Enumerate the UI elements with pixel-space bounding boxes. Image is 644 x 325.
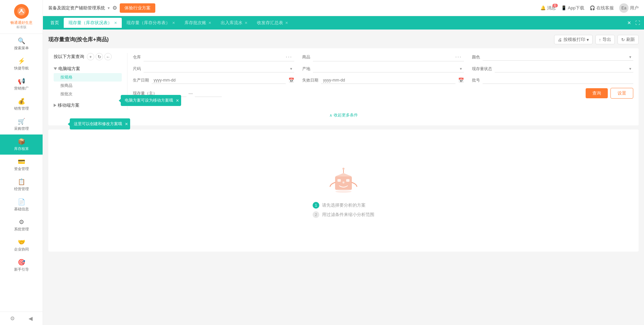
expiry-date-input[interactable]: [321, 77, 455, 84]
sidebar-item-label: 资金管理: [14, 166, 29, 171]
maximize-btn[interactable]: ⛶: [634, 19, 641, 26]
tab-home[interactable]: 首页: [46, 18, 64, 28]
sidebar-item-marketing[interactable]: 📢 营销推广: [0, 74, 43, 94]
notification-btn[interactable]: 🔔 消息 6: [540, 5, 556, 11]
settings-gear-icon[interactable]: ⚙: [112, 5, 117, 11]
tabs-bar: 首页 现存量（库存状况表） ✕ 现存量（库存分布表） ✕ 库存批次账 ✕ 出入库…: [43, 16, 644, 30]
tab-inout-flow[interactable]: 出入库流水 ✕: [216, 18, 252, 28]
export-icon: ↑: [599, 37, 601, 42]
close-all-tabs-btn[interactable]: ✕: [626, 19, 633, 26]
online-support-btn[interactable]: 🎧 在线客服: [590, 5, 614, 11]
filter-label: 按以下方案查询: [54, 54, 84, 60]
industry-plan-button[interactable]: 体验行业方案: [120, 3, 155, 13]
empty-filter-col2: [302, 88, 464, 99]
pc-scheme-header[interactable]: 电脑端方案: [54, 64, 122, 73]
app-download-btn[interactable]: 📱 App下载: [561, 5, 584, 11]
settings-bottom-btn[interactable]: ⚙: [10, 315, 15, 322]
sidebar-item-enterprise[interactable]: 🤝 企业协同: [0, 235, 43, 255]
tabs-right-controls: ✕ ⛶: [626, 19, 641, 26]
goods-select[interactable]: ···: [313, 53, 464, 61]
sidebar-item-search[interactable]: 🔍 搜索菜单: [0, 34, 43, 54]
tab-batch-account[interactable]: 库存批次账 ✕: [180, 18, 216, 28]
search-icon: 🔍: [18, 37, 25, 45]
stock-status-select[interactable]: ▾: [495, 65, 633, 72]
warehouse-select[interactable]: ···: [144, 53, 294, 61]
size-select[interactable]: ▾: [144, 65, 294, 72]
tooltip1-close-btn[interactable]: ✕: [176, 98, 179, 103]
collapse-sidebar-btn[interactable]: ◀: [29, 315, 33, 322]
filter-action-buttons: + ↻ ←: [87, 53, 112, 60]
sidebar-item-label: 采购管理: [14, 126, 29, 131]
sidebar-item-quick[interactable]: ⚡ 快捷导航: [0, 54, 43, 74]
step-1-text: 请先选择要分析的方案: [322, 202, 366, 208]
filter-header: 按以下方案查询 + ↻ ←: [54, 53, 122, 60]
user-menu[interactable]: Ea 用户: [619, 3, 639, 13]
tab-close-icon[interactable]: ✕: [245, 21, 248, 25]
add-scheme-btn[interactable]: +: [87, 53, 94, 60]
reset-button[interactable]: 设置: [610, 88, 633, 99]
refresh-btn[interactable]: ↻ 刷新: [618, 35, 639, 44]
chevron-down-icon: ▾: [460, 66, 462, 71]
step-num-2: 2: [313, 211, 319, 218]
batch-no-input[interactable]: [483, 76, 633, 84]
bell-icon: 🔔: [540, 5, 546, 10]
inventory-icon: 📦: [18, 138, 25, 145]
sidebar-item-label: 经营管理: [14, 186, 29, 192]
sidebar-item-purchase[interactable]: 🛒 采购管理: [0, 114, 43, 134]
tab-close-icon[interactable]: ✕: [114, 21, 117, 25]
production-date-input[interactable]: [152, 77, 286, 84]
mobile-scheme-header[interactable]: 移动端方案: [54, 101, 122, 110]
sidebar-item-operation[interactable]: 📋 经营管理: [0, 175, 43, 195]
filter-row-2: 尺码 ▾ 产地 ▾: [133, 65, 633, 72]
scheme-item-batch[interactable]: 按批次: [54, 90, 122, 98]
tab-close-icon[interactable]: ✕: [285, 21, 288, 25]
scheme-item-all-goods[interactable]: 按商品: [54, 82, 122, 90]
goods-label: 商品: [302, 54, 310, 60]
printer-icon: 🖨: [558, 37, 562, 42]
sidebar-item-basic[interactable]: 📄 基础信息: [0, 195, 43, 215]
user-label: 用户: [630, 5, 639, 11]
origin-select[interactable]: ▾: [313, 65, 464, 72]
calendar-icon[interactable]: 📅: [458, 77, 464, 83]
svg-point-8: [342, 168, 344, 170]
tab-inventory-dist[interactable]: 现存量（库存分布表） ✕: [122, 18, 180, 28]
export-btn[interactable]: ↑ 导出: [595, 35, 615, 44]
prev-scheme-btn[interactable]: ←: [104, 53, 112, 60]
header-left: 装备及固定资产辅助管理系统 ▾ ⚙ 体验行业方案: [48, 3, 155, 13]
sidebar-item-sales[interactable]: 💰 销售管理: [0, 94, 43, 114]
filter-row-4: 现存量（主） — 查询 设置: [133, 88, 633, 99]
scheme-item-pc[interactable]: 按规格: [54, 73, 122, 82]
notification-badge: 6: [552, 4, 558, 7]
tab-close-icon[interactable]: ✕: [172, 21, 175, 25]
calendar-icon[interactable]: 📅: [288, 77, 294, 83]
search-button[interactable]: 查询: [586, 88, 608, 98]
stock-status-field: 现存量状态 ▾: [472, 65, 633, 72]
sidebar-item-guide[interactable]: 🎯 新手引导: [0, 255, 43, 275]
system-icon: ⚙: [19, 218, 24, 226]
empty-state: 1 请先选择要分析的方案 2 用过滤条件来缩小分析范围: [48, 143, 639, 238]
tab-label: 收发存汇总表: [257, 20, 283, 26]
tab-inventory-status[interactable]: 现存量（库存状况表） ✕: [64, 18, 122, 28]
operation-icon: 📋: [18, 178, 25, 185]
batch-no-label: 批号: [472, 77, 480, 83]
sidebar-item-label: 营销推广: [14, 86, 29, 91]
tooltip2-close-btn[interactable]: ✕: [125, 122, 128, 126]
sidebar-item-inventory[interactable]: 📦 库存核算: [0, 134, 43, 155]
production-date-field: 生产日期 📅: [133, 76, 294, 84]
refresh-scheme-btn[interactable]: ↻: [96, 53, 103, 60]
header-right: 🔔 消息 6 📱 App下载 🎧 在线客服 Ea 用户: [540, 3, 639, 13]
filter-row-1: 仓库 ··· 商品 ···: [133, 53, 633, 61]
empty-state-panel: 1 请先选择要分析的方案 2 用过滤条件来缩小分析范围: [48, 129, 639, 252]
logo-area: 畅通通好生意 标准版: [0, 0, 43, 34]
tab-close-icon[interactable]: ✕: [208, 21, 211, 25]
expiry-date-field: 失效日期 📅: [302, 76, 464, 84]
system-dropdown-icon[interactable]: ▾: [108, 6, 110, 10]
collapse-bar[interactable]: ∧ 收起更多条件: [54, 110, 633, 121]
sidebar-item-system[interactable]: ⚙ 系统管理: [0, 215, 43, 235]
stock-range-max-input[interactable]: [195, 90, 222, 97]
tab-collect-summary[interactable]: 收发存汇总表 ✕: [252, 18, 293, 28]
print-template-btn[interactable]: 🖨 按模板打印 ▾: [554, 35, 593, 44]
mobile-scheme-label: 移动端方案: [58, 102, 79, 108]
color-select[interactable]: ▾: [483, 54, 633, 61]
sidebar-item-finance[interactable]: 💳 资金管理: [0, 155, 43, 175]
